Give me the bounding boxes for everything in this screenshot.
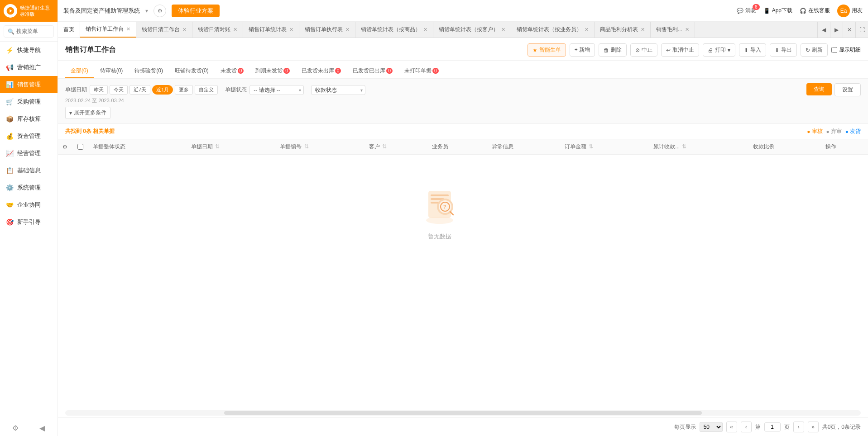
sidebar-search-area: 🔍 搜索菜单	[0, 22, 58, 42]
show-detail-label[interactable]: 显示明细	[831, 46, 861, 54]
tab-close-icon[interactable]: ✕	[685, 27, 689, 33]
empty-text: 暂无数据	[428, 232, 451, 241]
col-collected-header[interactable]: 累计收款... ⇅	[649, 139, 748, 155]
svg-rect-2	[431, 194, 449, 196]
batch-ship-button[interactable]: ● 发货	[845, 128, 861, 135]
sub-tab-not-shipped[interactable]: 未发货0	[215, 64, 249, 78]
tab-close-icon[interactable]: ✕	[182, 27, 187, 33]
sidebar-item-basic[interactable]: 📋 基础信息	[0, 162, 58, 179]
sub-tab-all[interactable]: 全部(0)	[65, 64, 94, 78]
sidebar-item-system[interactable]: ⚙️ 系统管理	[0, 179, 58, 196]
tab-close-icon[interactable]: ✕	[585, 27, 589, 33]
batch-approve-button[interactable]: ● 审核	[807, 128, 822, 135]
last-page-button[interactable]: »	[808, 422, 819, 432]
user-menu-button[interactable]: Ea 用友	[837, 5, 863, 17]
tab-cash-daily[interactable]: 钱货日清工作台 ✕	[136, 22, 192, 38]
page-input[interactable]	[764, 422, 781, 431]
sidebar-item-quick-nav[interactable]: ⚡ 快捷导航	[0, 42, 58, 59]
message-button[interactable]: 💬 消息 6	[737, 7, 756, 14]
sub-tab-pending-review[interactable]: 待审核(0)	[95, 64, 129, 78]
batch-revoke-button[interactable]: ● 弃审	[826, 128, 842, 135]
sub-tab-not-printed[interactable]: 未打印单据0	[399, 64, 444, 78]
tab-close-icon[interactable]: ✕	[289, 27, 293, 33]
suspend-button[interactable]: ⊘ 中止	[630, 43, 657, 57]
sidebar-item-inventory[interactable]: 📦 库存核算	[0, 110, 58, 128]
industry-btn[interactable]: 体验行业方案	[172, 5, 220, 17]
topbar-settings-button[interactable]: ⚙	[153, 5, 166, 17]
sidebar-item-enterprise[interactable]: 🤝 企业协同	[0, 196, 58, 213]
tab-fullscreen-button[interactable]: ⛶	[855, 22, 868, 38]
online-service-button[interactable]: 🎧 在线客服	[800, 7, 830, 14]
col-settings: ⚙	[58, 139, 72, 155]
print-button[interactable]: 🖨 打印 ▾	[703, 43, 735, 57]
sidebar-item-marketing[interactable]: 📢 营销推广	[0, 59, 58, 76]
col-customer-header[interactable]: 客户 ⇅	[364, 139, 428, 155]
tab-prev-button[interactable]: ◀	[817, 22, 830, 38]
tab-close-all-button[interactable]: ✕	[843, 22, 855, 38]
show-detail-checkbox[interactable]	[831, 47, 837, 53]
sub-tab-wangpu[interactable]: 旺铺待发货(0)	[169, 64, 214, 78]
sub-tab-expired[interactable]: 到期未发货0	[250, 64, 295, 78]
per-page-select[interactable]: 20 50 100	[700, 422, 723, 432]
next-page-button[interactable]: ›	[793, 422, 804, 432]
sub-tab-pending-inspect[interactable]: 待拣验货(0)	[129, 64, 168, 78]
tab-sales-stats-product[interactable]: 销货单统计表（按商品） ✕	[355, 22, 433, 38]
date-1month-btn[interactable]: 近1月	[152, 85, 173, 95]
refresh-button[interactable]: ↻ 刷新	[801, 43, 828, 57]
import-button[interactable]: ⬆ 导入	[739, 43, 766, 57]
date-more-btn[interactable]: 更多	[175, 85, 193, 95]
scroll-thumb[interactable]	[224, 411, 701, 415]
tab-close-icon[interactable]: ✕	[126, 26, 130, 32]
tab-close-icon[interactable]: ✕	[501, 27, 505, 33]
tab-cash-reconcile[interactable]: 钱货日清对账 ✕	[192, 22, 243, 38]
tab-close-icon[interactable]: ✕	[423, 27, 427, 33]
tab-sales-workbench[interactable]: 销售订单工作台 ✕	[80, 22, 136, 38]
add-button[interactable]: + 新增	[570, 43, 595, 57]
tab-sales-exec[interactable]: 销售订单执行表 ✕	[299, 22, 355, 38]
tab-home[interactable]: 首页	[58, 22, 80, 38]
tab-close-icon[interactable]: ✕	[641, 27, 645, 33]
settings-button[interactable]: ⚙	[4, 424, 27, 432]
tab-sales-stats-staff[interactable]: 销货单统计表（按业务员） ✕	[511, 22, 595, 38]
cancel-suspend-button[interactable]: ↩ 取消中止	[661, 43, 699, 57]
tab-sales-more[interactable]: 销售毛利... ✕	[651, 22, 695, 38]
sidebar-item-purchase[interactable]: 🛒 采购管理	[0, 93, 58, 110]
date-7days-btn[interactable]: 近7天	[129, 85, 150, 95]
tab-close-icon[interactable]: ✕	[345, 27, 350, 33]
select-all-checkbox[interactable]	[77, 144, 83, 150]
sidebar-item-finance[interactable]: 💰 资金管理	[0, 128, 58, 145]
smart-create-button[interactable]: ★ 智能生单	[528, 43, 566, 57]
first-page-button[interactable]: «	[726, 422, 737, 432]
payment-select-wrap: 收款状态	[311, 85, 365, 95]
horizontal-scrollbar[interactable]	[65, 410, 861, 416]
status-select[interactable]: -- 请选择 --	[249, 85, 304, 95]
delete-button[interactable]: 🗑 删除	[599, 43, 627, 57]
setup-button[interactable]: 设置	[834, 83, 861, 96]
export-button[interactable]: ⬇ 导出	[770, 43, 797, 57]
expand-filters-button[interactable]: ▾ 展开更多条件	[65, 107, 110, 119]
sidebar-item-operation[interactable]: 📈 经营管理	[0, 145, 58, 162]
query-button[interactable]: 查询	[806, 83, 832, 95]
tab-sales-stats-customer[interactable]: 销货单统计表（按客户） ✕	[433, 22, 511, 38]
tab-goods-margin[interactable]: 商品毛利分析表 ✕	[595, 22, 651, 38]
col-number-header[interactable]: 单据编号 ⇅	[275, 139, 364, 155]
tab-sales-stats[interactable]: 销售订单统计表 ✕	[243, 22, 299, 38]
date-today-btn[interactable]: 今天	[110, 85, 128, 95]
date-yesterday-btn[interactable]: 昨天	[90, 85, 108, 95]
collapse-button[interactable]: ◀	[31, 424, 54, 432]
col-amount-header[interactable]: 订单金额 ⇅	[560, 139, 649, 155]
sidebar-item-guide[interactable]: 🎯 新手引导	[0, 213, 58, 231]
sub-tab-shipped-in[interactable]: 已发货已出库0	[347, 64, 398, 78]
prev-page-button[interactable]: ‹	[741, 422, 752, 432]
tab-close-icon[interactable]: ✕	[233, 27, 237, 33]
date-custom-btn[interactable]: 自定义	[195, 85, 218, 95]
col-status-header[interactable]: 单据整体状态	[88, 139, 187, 155]
tab-next-button[interactable]: ▶	[830, 22, 843, 38]
sub-tab-shipped-not-in[interactable]: 已发货未出库0	[296, 64, 347, 78]
col-date-header[interactable]: 单据日期 ⇅	[187, 139, 275, 155]
payment-select[interactable]: 收款状态	[311, 85, 365, 95]
sidebar-item-sales[interactable]: 📊 销售管理	[0, 76, 58, 93]
app-download-button[interactable]: 📱 App下载	[763, 7, 792, 14]
search-menu-button[interactable]: 🔍 搜索菜单	[4, 25, 54, 38]
basic-icon: 📋	[5, 166, 14, 175]
